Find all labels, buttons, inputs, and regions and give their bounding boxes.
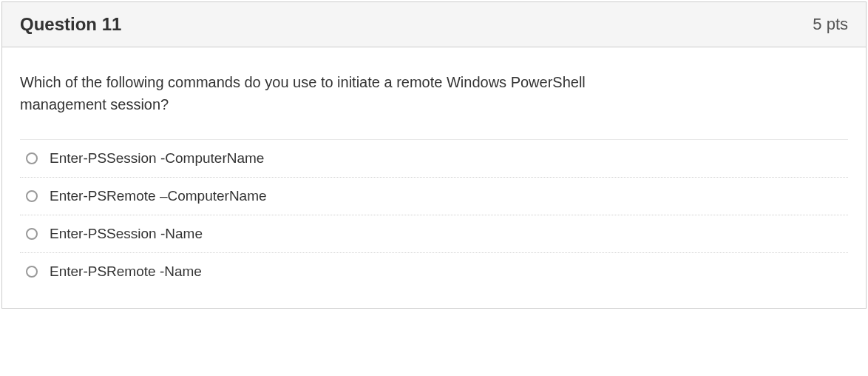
question-points: 5 pts <box>813 15 848 34</box>
answer-option[interactable]: Enter-PSSession -ComputerName <box>20 140 848 178</box>
question-text: Which of the following commands do you u… <box>20 71 656 115</box>
question-body: Which of the following commands do you u… <box>2 47 866 308</box>
radio-icon[interactable] <box>26 266 38 278</box>
radio-icon[interactable] <box>26 152 38 164</box>
answer-option[interactable]: Enter-PSSession -Name <box>20 215 848 253</box>
answer-label: Enter-PSSession -ComputerName <box>50 150 264 167</box>
answers-list: Enter-PSSession -ComputerName Enter-PSRe… <box>20 139 848 290</box>
answer-option[interactable]: Enter-PSRemote –ComputerName <box>20 178 848 215</box>
question-title: Question 11 <box>20 14 121 35</box>
answer-label: Enter-PSRemote –ComputerName <box>50 188 267 204</box>
answer-option[interactable]: Enter-PSRemote -Name <box>20 253 848 290</box>
radio-icon[interactable] <box>26 228 38 240</box>
answer-label: Enter-PSSession -Name <box>50 226 203 242</box>
question-header: Question 11 5 pts <box>2 2 866 47</box>
answer-label: Enter-PSRemote -Name <box>50 263 202 280</box>
radio-icon[interactable] <box>26 190 38 202</box>
question-container: Question 11 5 pts Which of the following… <box>1 1 867 309</box>
